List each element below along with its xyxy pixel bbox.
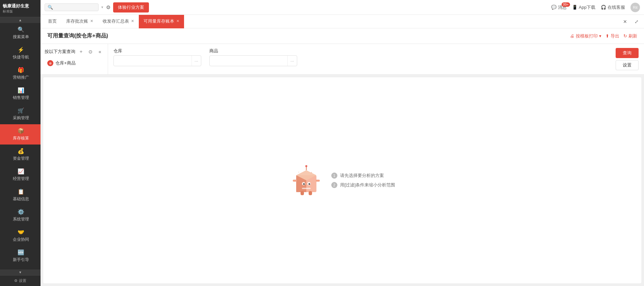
quicknav-icon: ⚡ <box>18 47 24 53</box>
manage-scheme-button[interactable]: ⊙ <box>87 48 94 55</box>
sidebar-scroll-down[interactable]: ▼ <box>0 269 41 275</box>
sidebar-item-search-label: 搜索菜单 <box>13 34 29 40</box>
print-dropdown-icon: ▾ <box>599 33 601 38</box>
message-button[interactable]: 💬 消息 99+ <box>551 4 567 10</box>
search-icon: 🔍 <box>48 5 53 10</box>
sidebar-item-newuser-label: 新手引导 <box>13 257 29 263</box>
empty-state: ✦ ✦ 1 请先选择要分析的方案 2 用[过滤]条件来缩小分析范围 <box>43 77 641 283</box>
page-header: 可用量查询(按仓库+商品) 🖨 按模板打印 ▾ ⬆ 导出 ↻ 刷新 <box>41 28 644 44</box>
sidebar-item-purchase[interactable]: 🛒 采购管理 <box>0 104 41 124</box>
sidebar-item-inventory[interactable]: 📦 库存核算 <box>0 124 41 145</box>
export-label: 导出 <box>611 33 619 39</box>
print-icon: 🖨 <box>570 33 574 38</box>
sidebar-item-marketing[interactable]: 🎁 营销推广 <box>0 63 41 84</box>
sidebar-item-newuser[interactable]: 🆕 新手引导 <box>0 246 41 266</box>
refresh-icon: ↻ <box>623 33 627 38</box>
collapse-scheme-button[interactable]: « <box>96 48 104 55</box>
search-dropdown-icon[interactable]: ▾ <box>101 5 103 9</box>
empty-tips: 1 请先选择要分析的方案 2 用[过滤]条件来缩小分析范围 <box>331 173 395 188</box>
online-service-icon: 🎧 <box>601 5 606 10</box>
query-warehouse-input[interactable] <box>114 58 191 63</box>
sidebar-item-basic-label: 基础信息 <box>13 196 29 202</box>
page-header-actions: 🖨 按模板打印 ▾ ⬆ 导出 ↻ 刷新 <box>570 33 637 39</box>
tab-stock-summary[interactable]: 收发存汇总表 ✕ <box>98 15 139 28</box>
avatar[interactable]: Rit <box>630 3 640 12</box>
sidebar-item-operations-label: 经营管理 <box>13 176 29 182</box>
scheme-item-warehouse-goods[interactable]: ⊕ 仓库+商品 <box>45 58 104 68</box>
query-submit-button[interactable]: 查询 <box>616 48 639 58</box>
query-fields-panel: 仓库 ··· 商品 ··· 查询 <box>108 44 644 74</box>
message-badge: 99+ <box>562 2 570 7</box>
svg-rect-10 <box>293 180 297 182</box>
avatar-text: Rit <box>633 5 637 9</box>
sidebar-item-inventory-label: 库存核算 <box>13 135 29 141</box>
industry-solution-button[interactable]: 体验行业方案 <box>113 2 149 12</box>
sidebar-items: 🔍 搜索菜单 ⚡ 快捷导航 🎁 营销推广 📊 销售管理 🛒 采购管理 📦 库存核… <box>0 23 41 269</box>
operations-icon: 📈 <box>18 168 24 175</box>
svg-point-6 <box>308 183 310 185</box>
sidebar-item-quicknav[interactable]: ⚡ 快捷导航 <box>0 43 41 63</box>
online-service-label: 在线客服 <box>608 4 625 10</box>
tab-home[interactable]: 首页 <box>43 15 61 28</box>
export-icon: ⬆ <box>606 33 609 38</box>
print-button[interactable]: 🖨 按模板打印 ▾ <box>570 33 601 39</box>
marketing-icon: 🎁 <box>18 67 24 73</box>
topbar-right: 💬 消息 99+ 📱 App下载 🎧 在线客服 Rit <box>551 3 640 12</box>
query-action-buttons: 查询 设置 <box>616 48 639 70</box>
search-menu-icon: 🔍 <box>18 26 24 33</box>
logo-sub: 标准版 <box>3 9 38 14</box>
sidebar-item-finance-label: 资金管理 <box>13 156 29 161</box>
logo-name: 畅康通好生意 <box>3 3 38 9</box>
topbar-search-box[interactable]: 🔍 <box>45 3 99 11</box>
export-button[interactable]: ⬆ 导出 <box>606 33 619 39</box>
query-goods-input-wrap: ··· <box>209 55 297 66</box>
tab-available-stock-close[interactable]: ✕ <box>176 19 179 23</box>
sidebar-scroll-up[interactable]: ▲ <box>0 17 41 23</box>
query-goods-more-button[interactable]: ··· <box>287 56 297 66</box>
tab-batch-ledger[interactable]: 库存批次账 ✕ <box>61 15 98 28</box>
tab-expand-button[interactable]: ⤢ <box>632 17 641 26</box>
query-warehouse-more-button[interactable]: ··· <box>191 56 201 66</box>
sidebar-item-operations[interactable]: 📈 经营管理 <box>0 165 41 185</box>
inventory-icon: 📦 <box>18 128 24 134</box>
query-scheme-title: 按以下方案查询 <box>45 49 75 55</box>
page-title: 可用量查询(按仓库+商品) <box>47 32 108 40</box>
scheme-item-icon: ⊕ <box>47 60 53 66</box>
query-goods-label: 商品 <box>209 48 297 54</box>
query-field-goods: 商品 ··· <box>209 48 297 66</box>
sidebar-item-finance[interactable]: 💰 资金管理 <box>0 145 41 165</box>
tip-text-2: 用[过滤]条件来缩小分析范围 <box>340 182 395 188</box>
tabs-bar: 首页 库存批次账 ✕ 收发存汇总表 ✕ 可用量库存账本 ✕ ✕ ⤢ <box>41 15 644 28</box>
query-warehouse-label: 仓库 <box>113 48 201 54</box>
tab-available-stock-label: 可用量库存账本 <box>144 18 174 24</box>
svg-rect-12 <box>301 191 304 195</box>
settings-gear-icon[interactable]: ⚙ <box>106 4 110 10</box>
query-setting-button[interactable]: 设置 <box>616 60 639 70</box>
tab-batch-ledger-close[interactable]: ✕ <box>90 19 93 23</box>
sidebar-item-enterprise-label: 企业协同 <box>13 237 29 242</box>
tip-num-1: 1 <box>331 173 337 179</box>
sidebar-item-appcenter[interactable]: 🖥️ 应用中心 <box>0 266 41 269</box>
tab-stock-summary-close[interactable]: ✕ <box>131 19 134 23</box>
finance-icon: 💰 <box>18 148 24 154</box>
online-service-button[interactable]: 🎧 在线客服 <box>601 4 625 10</box>
sidebar-item-quicknav-label: 快捷导航 <box>13 54 29 60</box>
sidebar-item-search[interactable]: 🔍 搜索菜单 <box>0 23 41 43</box>
add-scheme-button[interactable]: ＋ <box>77 48 85 55</box>
refresh-button[interactable]: ↻ 刷新 <box>623 33 637 39</box>
tab-stock-summary-label: 收发存汇总表 <box>103 18 129 24</box>
tab-available-stock[interactable]: 可用量库存账本 ✕ <box>139 15 184 28</box>
svg-rect-13 <box>309 191 312 195</box>
app-download-button[interactable]: 📱 App下载 <box>572 4 595 10</box>
sidebar-item-system[interactable]: ⚙️ 系统管理 <box>0 205 41 226</box>
tabs-right-actions: ✕ ⤢ <box>620 17 641 26</box>
sidebar-item-sales[interactable]: 📊 销售管理 <box>0 84 41 104</box>
query-goods-input[interactable] <box>210 58 287 63</box>
sidebar-item-basic[interactable]: 📋 基础信息 <box>0 185 41 205</box>
sidebar-item-purchase-label: 采购管理 <box>13 115 29 121</box>
svg-rect-11 <box>316 180 320 182</box>
sidebar-item-enterprise[interactable]: 🤝 企业协同 <box>0 226 41 246</box>
sidebar-item-system-label: 系统管理 <box>13 216 29 222</box>
search-input[interactable] <box>54 5 96 10</box>
tab-close-all-button[interactable]: ✕ <box>620 17 630 26</box>
